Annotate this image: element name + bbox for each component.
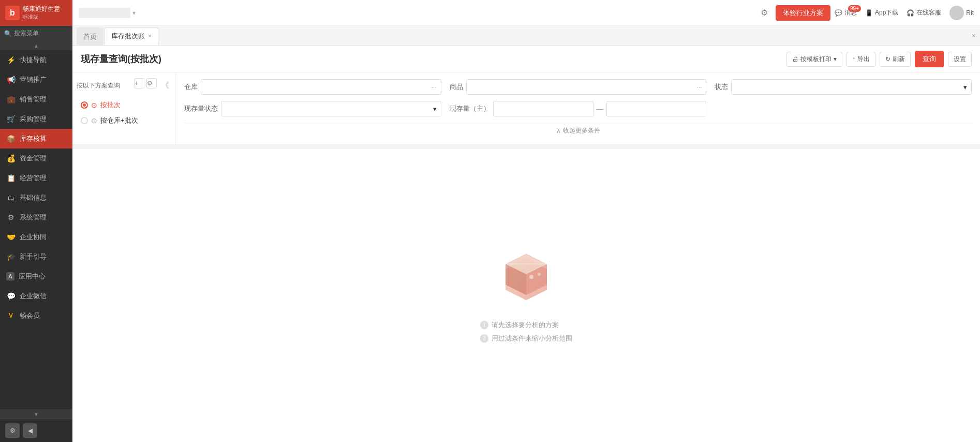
- gear-icon[interactable]: ⚙: [757, 6, 771, 20]
- sidebar-item-appstore[interactable]: A 应用中心: [0, 267, 72, 286]
- batch-label: 按批次: [100, 100, 121, 110]
- industry-btn[interactable]: 体验行业方案: [776, 5, 830, 21]
- collapse-more-label: 收起更多条件: [563, 126, 600, 135]
- tab-home[interactable]: 首页: [77, 27, 103, 45]
- stock-qty-field: 现存量（主） —: [450, 101, 707, 116]
- sidebar-item-label: 快捷导航: [20, 55, 47, 65]
- sidebar-item-guide[interactable]: 🎓 新手引导: [0, 247, 72, 267]
- sidebar-item-sales[interactable]: 💼 销售管理: [0, 90, 72, 109]
- export-label: 导出: [857, 55, 870, 64]
- radio-batch: [81, 101, 88, 109]
- sidebar-item-purchase[interactable]: 🛒 采购管理: [0, 109, 72, 129]
- stock-status-select[interactable]: ▾: [221, 101, 441, 116]
- export-btn[interactable]: ↑ 导出: [847, 52, 875, 67]
- refresh-btn[interactable]: ↻ 刷新: [880, 52, 911, 67]
- sidebar-item-basic[interactable]: 🗂 基础信息: [0, 188, 72, 208]
- svg-point-6: [538, 273, 541, 276]
- sidebar-item-label: 采购管理: [20, 114, 47, 124]
- settings-query-btn[interactable]: 设置: [948, 52, 972, 67]
- app-download-btn[interactable]: 📱 App下载: [865, 8, 898, 17]
- appstore-icon: A: [6, 272, 14, 281]
- empty-state: 1 请先选择要分析的方案 2 用过滤条件来缩小分析范围: [72, 149, 980, 442]
- tab-close-icon[interactable]: ×: [148, 33, 152, 40]
- search-menu[interactable]: 🔍 搜索菜单: [0, 26, 72, 41]
- collapse-filter-btn[interactable]: 《: [159, 78, 171, 93]
- stock-qty-min-input[interactable]: [493, 101, 593, 116]
- sidebar-item-label: 畅会员: [20, 311, 40, 320]
- sidebar-item-label: 经营管理: [20, 173, 47, 183]
- sales-icon: 💼: [6, 95, 16, 104]
- warehouse-field: 仓库 ···: [184, 79, 441, 95]
- stock-status-field: 现存量状态 ▾: [184, 101, 441, 116]
- vip-icon: V: [6, 311, 16, 320]
- stock-qty-range: —: [493, 101, 707, 116]
- sidebar-item-quick-nav[interactable]: ⚡ 快捷导航: [0, 50, 72, 70]
- status-select[interactable]: ▾: [731, 79, 972, 95]
- warehouse-input[interactable]: ···: [201, 79, 441, 95]
- sidebar-footer: ⚙ ◀: [0, 419, 72, 442]
- sidebar-item-system[interactable]: ⚙ 系统管理: [0, 208, 72, 227]
- filter-row-1: 仓库 ··· 商品 ··· 状态: [184, 79, 972, 95]
- collapse-sidebar-btn[interactable]: ◀: [23, 423, 37, 438]
- filter-option-batch[interactable]: ⊙ 按批次: [77, 97, 171, 113]
- sidebar-header: b 畅康通好生意 标准版: [0, 0, 72, 26]
- page-header-actions: 🖨 按模板打印 ▾ ↑ 导出 ↻ 刷新 查询 设置: [786, 51, 972, 67]
- stock-status-label: 现存量状态: [184, 104, 218, 113]
- sidebar-item-label: 基础信息: [20, 193, 47, 202]
- collapse-more-icon: ∧: [556, 127, 561, 135]
- stock-qty-label: 现存量（主）: [450, 104, 490, 113]
- topbar-right: 💬 消息 99+ 📱 App下载 🎧 在线客服 Rit: [835, 6, 974, 20]
- stock-qty-max-input[interactable]: [606, 101, 707, 116]
- goods-label: 商品: [450, 82, 463, 92]
- wechat-icon: 💬: [6, 291, 16, 301]
- tab-right-close-icon[interactable]: ×: [972, 32, 976, 40]
- tab-inventory-batch[interactable]: 库存批次账 ×: [105, 27, 158, 45]
- collapse-more-btn[interactable]: ∧ 收起更多条件: [184, 123, 972, 138]
- user-profile-btn[interactable]: Rit: [949, 6, 974, 20]
- basic-icon: 🗂: [6, 193, 16, 202]
- content-area: 现存量查询(按批次) 🖨 按模板打印 ▾ ↑ 导出 ↻ 刷新 查询 设置: [72, 46, 980, 442]
- scheme-settings-btn[interactable]: ⚙: [146, 78, 157, 89]
- scroll-up-btn[interactable]: ▲: [0, 41, 72, 50]
- print-btn[interactable]: 🖨 按模板打印 ▾: [786, 52, 842, 67]
- filter-row-2: 现存量状态 ▾ 现存量（主） —: [184, 101, 972, 116]
- sidebar-item-label: 资金管理: [20, 154, 47, 163]
- batch-icon: ⊙: [91, 101, 97, 109]
- service-icon: 🎧: [907, 9, 914, 17]
- sidebar-item-inventory[interactable]: 📦 库存核算: [0, 129, 72, 149]
- status-chevron: ▾: [963, 83, 967, 91]
- scheme-label: 按以下方案查询: [77, 81, 131, 90]
- warehouse-more-icon[interactable]: ···: [432, 83, 437, 91]
- radio-warehouse-batch: [81, 117, 88, 124]
- inventory-icon: 📦: [6, 134, 16, 143]
- messages-btn[interactable]: 💬 消息 99+: [835, 8, 857, 17]
- goods-more-icon[interactable]: ···: [696, 83, 702, 91]
- breadcrumb-input[interactable]: [79, 8, 130, 18]
- app-brand: 畅康通好生意 标准版: [23, 5, 60, 21]
- filter-fields: 仓库 ··· 商品 ··· 状态: [176, 73, 980, 144]
- settings-btn[interactable]: ⚙: [5, 423, 20, 438]
- sidebar-item-label: 应用中心: [19, 272, 46, 281]
- sidebar-item-vip[interactable]: V 畅会员: [0, 306, 72, 326]
- sidebar-item-label: 营销推广: [20, 75, 47, 84]
- filter-scheme-panel: 按以下方案查询 + ⚙ 《 ⊙: [72, 73, 176, 144]
- export-icon: ↑: [852, 55, 855, 63]
- online-service-btn[interactable]: 🎧 在线客服: [907, 8, 941, 17]
- brand-name: 畅康通好生意: [23, 5, 60, 13]
- sidebar-item-finance[interactable]: 💰 资金管理: [0, 149, 72, 168]
- avatar: [949, 6, 964, 20]
- topbar: ▾ ⚙ 体验行业方案 💬 消息 99+ 📱 App下载 🎧 在线客服 Rit: [72, 0, 980, 26]
- empty-icon: [495, 246, 557, 308]
- add-scheme-btn[interactable]: +: [134, 78, 144, 89]
- filter-option-warehouse-batch[interactable]: ⊙ 按仓库+批次: [77, 113, 171, 128]
- settings-icon: ⚙: [147, 80, 156, 87]
- goods-input[interactable]: ···: [466, 79, 707, 95]
- sidebar-item-wechat[interactable]: 💬 企业微信: [0, 286, 72, 306]
- sidebar-item-marketing[interactable]: 📢 营销推广: [0, 70, 72, 90]
- sidebar-item-operations[interactable]: 📋 经营管理: [0, 168, 72, 188]
- filter-scheme-header: 按以下方案查询 + ⚙ 《: [77, 78, 171, 93]
- scroll-down-btn[interactable]: ▼: [0, 409, 72, 419]
- sidebar-item-enterprise[interactable]: 🤝 企业协同: [0, 227, 72, 247]
- query-btn[interactable]: 查询: [915, 51, 944, 67]
- warehouse-batch-icon: ⊙: [91, 116, 97, 125]
